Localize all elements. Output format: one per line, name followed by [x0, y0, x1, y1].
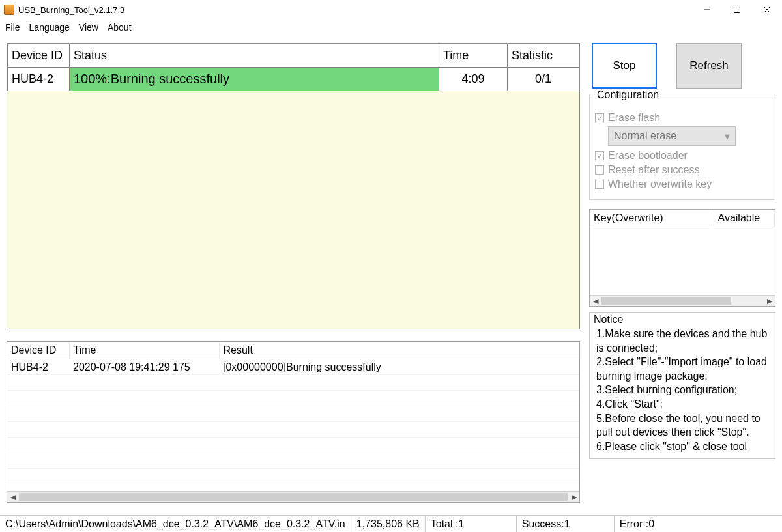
col-header-device-id[interactable]: Device ID — [8, 44, 70, 68]
log-table: Device ID Time Result HUB4-2 2020-07-08 … — [7, 341, 580, 503]
minimize-button[interactable] — [692, 0, 722, 20]
scroll-thumb[interactable] — [19, 493, 568, 501]
menu-file[interactable]: File — [5, 22, 20, 33]
log-device-id-cell: HUB4-2 — [7, 359, 69, 375]
status-size: 1,735,806 KB — [351, 516, 426, 532]
notice-item: 3.Select burning configuration; — [596, 383, 771, 397]
refresh-button[interactable]: Refresh — [676, 43, 742, 89]
col-header-log-result[interactable]: Result — [219, 342, 579, 359]
device-table-header-row: Device ID Status Time Statistic — [8, 44, 579, 68]
notice-item: 6.Please click "stop" & close tool — [596, 440, 771, 454]
stop-button[interactable]: Stop — [592, 43, 657, 89]
col-header-available[interactable]: Available — [714, 210, 775, 227]
device-statistic-cell: 0/1 — [508, 68, 579, 91]
col-header-time[interactable]: Time — [439, 44, 508, 68]
notice-item: 2.Select "File"-"Import image" to load b… — [596, 355, 771, 383]
status-success: Success:1 — [517, 516, 615, 532]
col-header-log-device-id[interactable]: Device ID — [7, 342, 69, 359]
scroll-right-icon[interactable]: ▶ — [764, 296, 775, 307]
col-header-key-overwrite[interactable]: Key(Overwrite) — [590, 210, 714, 227]
key-table: Key(Overwrite) Available ◀ ▶ — [589, 209, 775, 307]
log-result-cell: [0x00000000]Burning successfully — [219, 359, 579, 375]
window-title: USB_Burning_Tool_v2.1.7.3 — [18, 5, 124, 15]
notice-group: Notice 1.Make sure the devices and the h… — [589, 312, 775, 459]
reset-after-success-label: Reset after success — [608, 164, 700, 176]
log-table-header-row: Device ID Time Result — [7, 342, 579, 359]
log-horizontal-scrollbar[interactable]: ◀ ▶ — [7, 491, 579, 502]
device-table-row[interactable]: HUB4-2 100%:Burning successfully 4:09 0/… — [8, 68, 579, 91]
overwrite-key-checkbox-row: Whether overwrite key — [595, 178, 770, 190]
scroll-left-icon[interactable]: ◀ — [7, 492, 18, 503]
maximize-button[interactable] — [722, 0, 752, 20]
erase-mode-select[interactable]: Normal erase ▾ — [608, 126, 736, 146]
titlebar: USB_Burning_Tool_v2.1.7.3 — [0, 0, 782, 20]
log-table-row[interactable]: HUB4-2 2020-07-08 19:41:29 175 [0x000000… — [7, 359, 579, 375]
status-total: Total :1 — [426, 516, 517, 532]
notice-item: 5.Before close the tool, you need to pul… — [596, 412, 771, 440]
notice-list: 1.Make sure the devices and the hub is c… — [590, 326, 775, 456]
menubar: File Language View About — [0, 20, 782, 36]
menu-language[interactable]: Language — [29, 22, 70, 33]
reset-after-success-checkbox[interactable] — [595, 165, 604, 175]
erase-bootloader-checkbox[interactable] — [595, 151, 604, 160]
erase-bootloader-label: Erase bootloader — [608, 150, 688, 161]
log-time-cell: 2020-07-08 19:41:29 175 — [69, 359, 219, 375]
key-horizontal-scrollbar[interactable]: ◀ ▶ — [590, 295, 775, 306]
device-id-cell: HUB4-2 — [8, 68, 70, 91]
svg-rect-1 — [734, 7, 740, 13]
erase-flash-label: Erase flash — [608, 112, 660, 124]
scroll-left-icon[interactable]: ◀ — [590, 296, 601, 307]
scroll-thumb[interactable] — [601, 297, 731, 305]
notice-item: 1.Make sure the devices and the hub is c… — [596, 327, 771, 355]
overwrite-key-label: Whether overwrite key — [608, 178, 712, 190]
col-header-log-time[interactable]: Time — [69, 342, 219, 359]
window-controls — [692, 0, 782, 20]
configuration-group: Configuration Erase flash Normal erase ▾… — [589, 94, 775, 200]
app-icon — [4, 5, 14, 15]
overwrite-key-checkbox[interactable] — [595, 180, 604, 189]
reset-after-success-checkbox-row: Reset after success — [595, 164, 770, 176]
col-header-statistic[interactable]: Statistic — [508, 44, 579, 68]
scroll-right-icon[interactable]: ▶ — [568, 492, 579, 503]
device-status-cell: 100%:Burning successfully — [70, 68, 439, 91]
configuration-legend: Configuration — [595, 89, 661, 101]
device-time-cell: 4:09 — [439, 68, 508, 91]
status-error: Error :0 — [615, 516, 782, 532]
statusbar: C:\Users\Admin\Downloads\AM6_dce_0.3.2_A… — [0, 515, 782, 532]
menu-about[interactable]: About — [108, 22, 132, 33]
col-header-status[interactable]: Status — [70, 44, 439, 68]
close-button[interactable] — [752, 0, 782, 20]
erase-mode-value: Normal erase — [614, 130, 676, 142]
notice-item: 4.Click "Start"; — [596, 397, 771, 412]
notice-legend: Notice — [590, 313, 775, 326]
menu-view[interactable]: View — [79, 22, 98, 33]
chevron-down-icon: ▾ — [725, 130, 730, 143]
erase-flash-checkbox-row: Erase flash — [595, 112, 770, 124]
erase-flash-checkbox[interactable] — [595, 113, 604, 122]
device-table: Device ID Status Time Statistic HUB4-2 1… — [7, 43, 580, 329]
status-path: C:\Users\Admin\Downloads\AM6_dce_0.3.2_A… — [0, 516, 351, 532]
erase-bootloader-checkbox-row: Erase bootloader — [595, 150, 770, 161]
